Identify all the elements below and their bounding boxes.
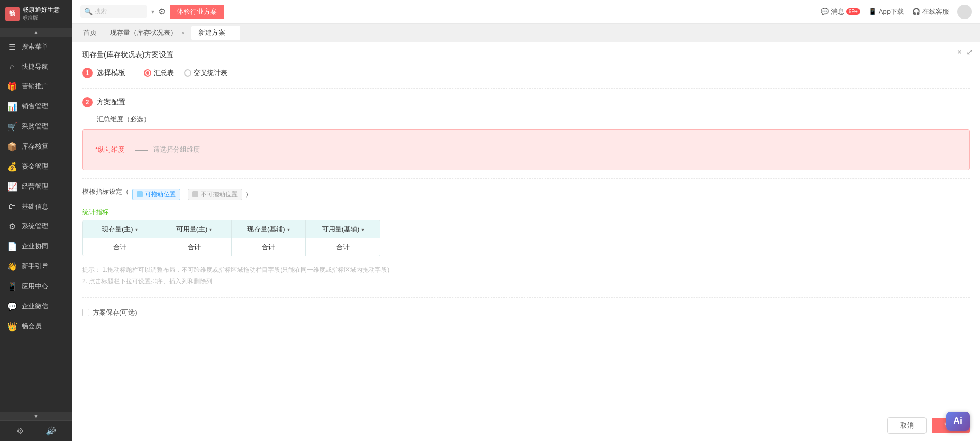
headset-icon: 🎧	[912, 8, 920, 15]
non-draggable-badge: 不可拖动位置	[188, 189, 242, 200]
tabbar: 首页 现存量（库存状况表） × 新建方案 ×	[72, 24, 980, 42]
stats-title: 统计指标	[82, 208, 970, 217]
home-icon: ⌂	[7, 62, 17, 71]
phone-download-icon: 📱	[868, 8, 877, 15]
sidebar-item-search[interactable]: ☰ 搜索菜单	[0, 37, 72, 57]
money-icon: 💰	[7, 162, 17, 172]
radio-cross[interactable]: 交叉统计表	[184, 68, 227, 78]
sidebar-item-purchase[interactable]: 🛒 采购管理	[0, 117, 72, 137]
cancel-button[interactable]: 取消	[887, 417, 927, 434]
topbar-right: 💬 消息 99+ 📱 App下载 🎧 在线客服	[821, 5, 972, 19]
ai-badge[interactable]: Ai	[946, 412, 970, 431]
sidebar-item-newuser[interactable]: 👋 新手引导	[0, 256, 72, 277]
section1-title: 选择模板	[97, 68, 125, 78]
radio-summary-label: 汇总表	[154, 68, 174, 78]
folder-icon: 🗂	[7, 202, 17, 211]
tab-new-plan[interactable]: 新建方案 ×	[191, 26, 240, 40]
sidebar-item-marketing[interactable]: 🎁 营销推广	[0, 77, 72, 97]
tips-title: 提示： 1.拖动标题栏可以调整布局，不可跨维度或指标区域拖动栏目字段(只能在同一…	[82, 265, 970, 276]
panel-controls: × ⤢	[957, 47, 973, 57]
cart-icon: 🛒	[7, 122, 17, 132]
message-btn[interactable]: 💬 消息 99+	[821, 7, 860, 16]
message-icon: 💬	[821, 8, 829, 15]
trend-icon: 📈	[7, 182, 17, 192]
sidebar-item-corp-collab[interactable]: 📄 企业协同	[0, 236, 72, 256]
settings-bottom-icon[interactable]: ⚙	[16, 426, 24, 436]
section2-num: 2	[82, 97, 93, 107]
save-option: 方案保存(可选)	[82, 308, 970, 317]
sidebar-item-label: 基础信息	[22, 202, 48, 211]
search-placeholder: 搜索	[95, 7, 107, 16]
col-header-3[interactable]: 可用量(基辅) ▾	[306, 220, 380, 238]
dimension-area[interactable]: *纵向维度 —— 请选择分组维度	[82, 129, 970, 170]
sidebar-item-label: 新手引导	[22, 262, 48, 271]
app-download-btn[interactable]: 📱 App下载	[868, 7, 904, 16]
col-summary-2: 合计	[232, 238, 306, 256]
draggable-label: 可拖动位置	[145, 190, 176, 199]
sidebar-item-label: 畅会员	[22, 322, 42, 331]
col-header-0[interactable]: 现存量(主) ▾	[83, 220, 157, 238]
sidebar-item-inventory[interactable]: 📦 库存核算	[0, 137, 72, 157]
sidebar-item-quicknav[interactable]: ⌂ 快捷导航	[0, 57, 72, 77]
template-options: 汇总表 交叉统计表	[144, 68, 227, 78]
radio-summary[interactable]: 汇总表	[144, 68, 174, 78]
sidebar-item-finance[interactable]: 💰 资金管理	[0, 157, 72, 177]
divider1	[82, 88, 970, 89]
sidebar-item-management[interactable]: 📈 经营管理	[0, 177, 72, 197]
crown-icon: 👑	[7, 322, 17, 332]
indicator-close: ）	[245, 190, 252, 199]
sidebar-item-basic-info[interactable]: 🗂 基础信息	[0, 197, 72, 216]
non-draggable-label: 不可拖动位置	[201, 190, 238, 199]
tip2: 2. 点击标题栏下拉可设置排序、插入列和删除列	[82, 276, 970, 287]
divider3	[82, 297, 970, 298]
sidebar-item-label: 采购管理	[22, 122, 48, 131]
sidebar-item-appcenter[interactable]: 📱 应用中心	[0, 277, 72, 297]
topbar: 🔍 搜索 ▾ ⚙ 体验行业方案 💬 消息 99+ 📱 App下载 🎧 在线客服	[72, 0, 980, 24]
sidebar-nav: ☰ 搜索菜单 ⌂ 快捷导航 🎁 营销推广 📊 销售管理 🛒 采购管理 📦 库存核…	[0, 37, 72, 412]
sidebar: 畅 畅康通好生意 标准版 ▲ ☰ 搜索菜单 ⌂ 快捷导航 🎁 营销推广 📊 销售…	[0, 0, 72, 441]
tab-inventory[interactable]: 现存量（库存状况表） ×	[103, 25, 191, 41]
sidebar-item-system[interactable]: ⚙ 系统管理	[0, 216, 72, 236]
sidebar-item-label: 资金管理	[22, 162, 48, 171]
volume-icon[interactable]: 🔊	[46, 426, 56, 436]
tab-inventory-close[interactable]: ×	[181, 30, 184, 36]
sidebar-item-sales[interactable]: 📊 销售管理	[0, 97, 72, 117]
sidebar-scroll-down[interactable]: ▼	[0, 412, 72, 420]
dimension-dash: ——	[135, 146, 148, 154]
sidebar-item-label: 销售管理	[22, 102, 48, 111]
topbar-dropdown[interactable]: ▾	[151, 8, 154, 15]
radio-cross-label: 交叉统计表	[194, 68, 227, 78]
dimension-placeholder: 请选择分组维度	[153, 145, 200, 154]
draggable-icon	[137, 191, 143, 197]
tips-section: 提示： 1.拖动标题栏可以调整布局，不可跨维度或指标区域拖动栏目字段(只能在同一…	[82, 265, 970, 287]
search-box[interactable]: 🔍 搜索	[80, 5, 147, 18]
col-header-1[interactable]: 可用量(主) ▾	[157, 220, 232, 238]
section2-header: 2 方案配置	[82, 97, 970, 107]
panel-close-btn[interactable]: ×	[957, 47, 962, 57]
indicator-settings-label: 模板指标设定（	[82, 187, 129, 196]
main-area: 🔍 搜索 ▾ ⚙ 体验行业方案 💬 消息 99+ 📱 App下载 🎧 在线客服	[72, 0, 980, 441]
sidebar-item-label: 系统管理	[22, 222, 48, 231]
tab-new-plan-close[interactable]: ×	[229, 30, 232, 36]
sidebar-scroll-up[interactable]: ▲	[0, 28, 72, 37]
topbar-settings-icon[interactable]: ⚙	[158, 7, 166, 16]
col-header-2[interactable]: 现存量(基辅) ▾	[232, 220, 306, 238]
sidebar-item-wechat[interactable]: 💬 企业微信	[0, 297, 72, 317]
sidebar-item-label: 企业微信	[22, 302, 48, 311]
non-draggable-icon	[192, 191, 198, 197]
try-industry-btn[interactable]: 体验行业方案	[170, 5, 224, 19]
phone-icon: 📱	[7, 282, 17, 291]
wechat-icon: 💬	[7, 302, 17, 311]
customer-service-btn[interactable]: 🎧 在线客服	[912, 7, 949, 16]
panel-title: 现存量(库存状况表)方案设置	[82, 50, 970, 60]
tab-home[interactable]: 首页	[77, 25, 103, 41]
bottom-bar: 取消 查询	[72, 410, 980, 441]
save-checkbox[interactable]	[82, 309, 89, 316]
chevron-2: ▾	[287, 227, 290, 232]
section1-num: 1	[82, 68, 93, 78]
sidebar-item-member[interactable]: 👑 畅会员	[0, 317, 72, 337]
stats-table: 现存量(主) ▾ 可用量(主) ▾ 现存量(基辅) ▾	[82, 220, 380, 256]
col-summary-3: 合计	[306, 238, 380, 256]
avatar[interactable]	[957, 5, 972, 19]
panel-expand-btn[interactable]: ⤢	[966, 47, 973, 57]
